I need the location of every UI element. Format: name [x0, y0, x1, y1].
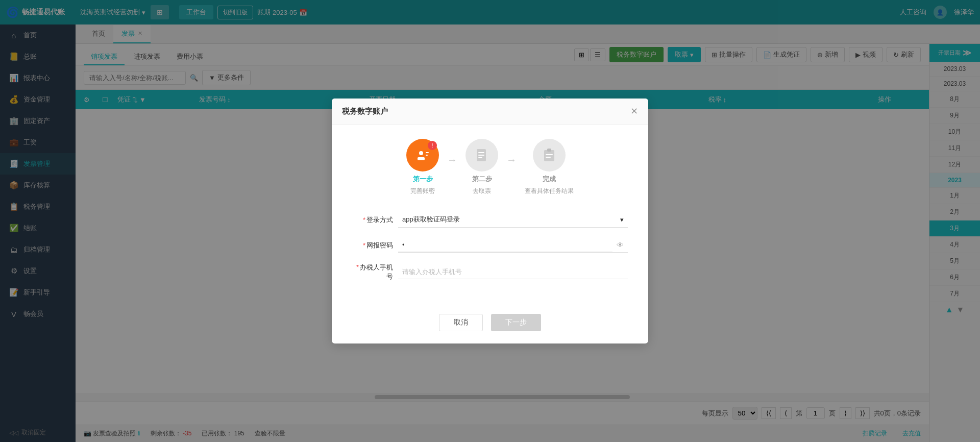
document-icon	[475, 148, 489, 162]
modal-close-button[interactable]: ✕	[630, 106, 638, 117]
modal-header: 税务数字账户 ✕	[332, 99, 648, 125]
modal-overlay: 税务数字账户 ✕ !	[0, 0, 980, 442]
step-1: ! 第一步 完善账密	[406, 139, 439, 195]
step-2: 第二步 去取票	[465, 139, 498, 195]
svg-rect-0	[414, 147, 431, 163]
svg-rect-6	[478, 152, 484, 153]
login-method-select[interactable]: app获取验证码登录 ▾	[398, 212, 628, 228]
password-row: *网报密码 👁	[352, 238, 628, 253]
chevron-down-icon: ▾	[620, 216, 624, 224]
step-3-icon	[533, 139, 566, 171]
svg-rect-4	[426, 155, 428, 156]
eye-icon[interactable]: 👁	[612, 241, 628, 249]
step-2-label: 第二步	[472, 175, 492, 184]
svg-rect-12	[546, 157, 551, 158]
step-3: 完成 查看具体任务结果	[525, 139, 574, 195]
password-label: *网报密码	[352, 241, 398, 250]
svg-point-1	[419, 151, 423, 155]
svg-rect-11	[546, 154, 553, 155]
password-input-wrapper: 👁	[398, 238, 628, 253]
step-1-badge: !	[428, 141, 437, 150]
login-method-row: *登录方式 app获取验证码登录 ▾	[352, 212, 628, 228]
step-3-desc: 查看具体任务结果	[525, 187, 574, 195]
step-1-desc: 完善账密	[410, 187, 435, 195]
modal-title: 税务数字账户	[342, 107, 388, 116]
step-2-icon	[465, 139, 498, 171]
step-arrow-2: →	[506, 154, 517, 180]
phone-label: *办税人手机号	[352, 263, 398, 281]
step-1-label: 第一步	[413, 175, 433, 184]
svg-rect-9	[544, 150, 554, 161]
step-3-label: 完成	[543, 175, 556, 184]
modal-footer: 取消 下一步	[332, 306, 648, 343]
svg-rect-3	[426, 152, 429, 153]
step-2-desc: 去取票	[473, 187, 491, 195]
phone-input[interactable]	[398, 265, 628, 279]
svg-rect-8	[478, 157, 482, 158]
modal-body: ! 第一步 完善账密 → 第	[332, 125, 648, 306]
person-card-icon	[414, 147, 431, 163]
clipboard-icon	[542, 148, 556, 162]
phone-row: *办税人手机号	[352, 263, 628, 281]
next-button[interactable]: 下一步	[491, 314, 541, 331]
svg-rect-10	[547, 149, 551, 152]
login-method-label: *登录方式	[352, 215, 398, 225]
password-input[interactable]	[398, 238, 612, 252]
steps: ! 第一步 完善账密 → 第	[352, 139, 628, 195]
cancel-button[interactable]: 取消	[439, 314, 483, 331]
svg-rect-2	[418, 157, 425, 160]
tax-digital-modal: 税务数字账户 ✕ !	[332, 99, 648, 343]
step-1-icon: !	[406, 139, 439, 171]
svg-rect-7	[478, 155, 484, 156]
step-arrow-1: →	[447, 154, 457, 180]
